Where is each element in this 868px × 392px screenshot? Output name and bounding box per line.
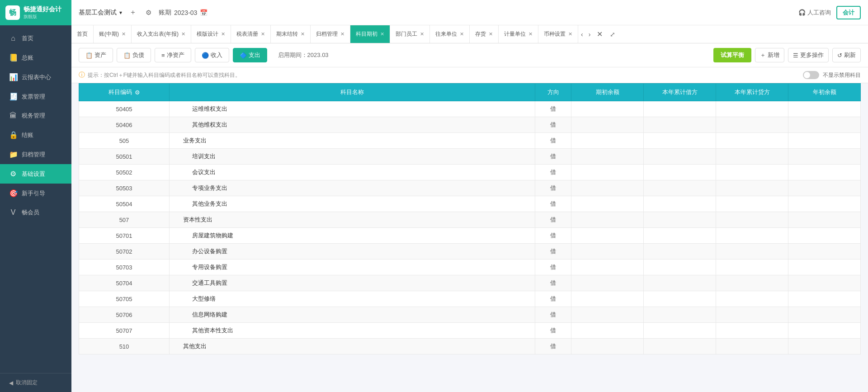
th-name: 科目名称 <box>170 84 535 101</box>
tab-nav-prev[interactable]: ‹ <box>578 25 586 43</box>
sidebar-item-member[interactable]: V畅会员 <box>0 203 71 222</box>
sidebar-item-archive[interactable]: 📁归档管理 <box>0 145 71 164</box>
cell-dir-14: 借 <box>535 323 571 339</box>
tab-archive-close[interactable]: ✕ <box>340 31 344 37</box>
tab-income-annual-close[interactable]: ✕ <box>181 31 185 37</box>
tab-unit-close[interactable]: ✕ <box>528 31 533 37</box>
cell-code-12: 50705 <box>79 291 170 307</box>
add-project-button[interactable]: ＋ <box>127 6 138 19</box>
headphone-icon: 🎧 <box>798 9 806 16</box>
tab-template-close[interactable]: ✕ <box>221 31 225 37</box>
cell-name-14: 其他资本性支出 <box>170 323 535 339</box>
subtab-asset[interactable]: 📋 资产 <box>79 48 113 62</box>
tab-tax[interactable]: 税表清册 ✕ <box>231 25 271 43</box>
table-row[interactable]: 50503 专项业务支出 借 <box>79 180 861 196</box>
tab-period-end-close[interactable]: ✕ <box>301 31 305 37</box>
cell-ytd-debit-14 <box>644 323 716 339</box>
support-button[interactable]: 🎧 人工咨询 <box>798 9 831 17</box>
refresh-button[interactable]: ↺ 刷新 <box>832 48 861 62</box>
tab-inventory-close[interactable]: ✕ <box>489 31 493 37</box>
tab-tax-close[interactable]: ✕ <box>261 31 265 37</box>
cell-ytd-credit-10 <box>716 260 788 275</box>
tab-department[interactable]: 部门员工 ✕ <box>390 25 430 43</box>
tab-income-annual[interactable]: 收入支出表(年报) ✕ <box>132 25 191 43</box>
table-row[interactable]: 50703 专用设备购置 借 <box>79 260 861 275</box>
sidebar-item-tax[interactable]: 🏛税务管理 <box>0 106 71 125</box>
table-row[interactable]: 50707 其他资本性支出 借 <box>79 323 861 339</box>
sidebar-item-guide[interactable]: 🎯新手引导 <box>0 184 71 203</box>
tab-counterparty[interactable]: 往来单位 ✕ <box>430 25 470 43</box>
sidebar-item-general-ledger[interactable]: 📒总账 <box>0 48 71 67</box>
cell-initial-balance-9 <box>571 244 644 260</box>
disable-toggle-label[interactable]: 不显示禁用科目 <box>803 71 861 79</box>
table-row[interactable]: 50702 办公设备购置 借 <box>79 244 861 260</box>
table-row[interactable]: 50405 运维维权支出 借 <box>79 101 861 117</box>
subtab-net-asset[interactable]: ≡ 净资产 <box>155 48 191 62</box>
table-row[interactable]: 50704 交通工具购置 借 <box>79 275 861 291</box>
more-operations-button[interactable]: ☰ 更多操作 <box>788 48 829 62</box>
cell-name-8: 房屋建筑物购建 <box>170 228 535 244</box>
cell-ytd-credit-5 <box>716 180 788 196</box>
tab-close-all-button[interactable]: ✕ <box>593 25 606 43</box>
hide-disabled-toggle[interactable] <box>803 71 819 79</box>
project-selector[interactable]: 基层工会测试 ▾ <box>79 9 122 17</box>
subject-table-wrapper[interactable]: 科目编码 ⚙ 科目名称 方向 期初余额 本年累计借方 本年累计贷方 年初余额 5 <box>71 83 868 392</box>
settings-icon[interactable]: ⚙ <box>144 7 153 19</box>
add-label: 新增 <box>768 51 779 59</box>
sidebar-item-report-center[interactable]: 📊云报表中心 <box>0 67 71 87</box>
tab-inventory[interactable]: 存货 ✕ <box>470 25 499 43</box>
balance-button[interactable]: 试算平衡 <box>713 48 751 62</box>
sidebar-item-home[interactable]: ⌂首页 <box>0 29 71 48</box>
app-logo-icon: 畅 <box>5 5 20 20</box>
tab-mid-period-close[interactable]: ✕ <box>122 31 126 37</box>
subtab-liability[interactable]: 📋 负债 <box>117 48 151 62</box>
sidebar-item-basic-settings[interactable]: ⚙基础设置 <box>0 164 71 184</box>
cell-year-initial-14 <box>788 323 861 339</box>
tab-subject-initial[interactable]: 科目期初 ✕ <box>350 25 390 43</box>
tab-period-end[interactable]: 期末结转 ✕ <box>271 25 311 43</box>
tab-home[interactable]: 首页 <box>71 25 94 43</box>
tab-subject-initial-close[interactable]: ✕ <box>380 31 384 37</box>
tab-archive[interactable]: 归档管理 ✕ <box>311 25 350 43</box>
table-row[interactable]: 510 其他支出 借 <box>79 339 861 354</box>
subtab-income[interactable]: 🔵 收入 <box>195 48 229 62</box>
tab-mid-period[interactable]: 账(中期) ✕ <box>94 25 132 43</box>
tab-fullscreen-button[interactable]: ⤢ <box>606 25 619 43</box>
sidebar-item-label-archive: 归档管理 <box>22 151 45 159</box>
user-role-button[interactable]: 会计 <box>836 6 861 19</box>
app-title: 畅捷通好会计 <box>24 5 61 14</box>
table-row[interactable]: 50706 信息网络购建 借 <box>79 307 861 323</box>
tab-department-close[interactable]: ✕ <box>420 31 424 37</box>
tab-nav-next[interactable]: › <box>586 25 594 43</box>
table-row[interactable]: 50705 大型修缮 借 <box>79 291 861 307</box>
period-value: 2023-03 <box>174 9 197 16</box>
tab-template[interactable]: 模版设计 ✕ <box>191 25 231 43</box>
cell-name-13: 信息网络购建 <box>170 307 535 323</box>
cell-ytd-credit-3 <box>716 149 788 165</box>
tab-currency-close[interactable]: ✕ <box>568 31 572 37</box>
table-row[interactable]: 50501 培训支出 借 <box>79 149 861 165</box>
cell-year-initial-6 <box>788 196 861 212</box>
sidebar-footer-cancel-pin[interactable]: ◀ 取消固定 <box>0 373 71 392</box>
column-settings-icon[interactable]: ⚙ <box>135 89 140 96</box>
subtab-liability-label: 负债 <box>132 51 144 59</box>
cell-name-6: 其他业务支出 <box>170 196 535 212</box>
table-row[interactable]: 50502 会议支出 借 <box>79 165 861 180</box>
top-header-right: 🎧 人工咨询 会计 <box>798 6 861 19</box>
tab-counterparty-close[interactable]: ✕ <box>460 31 464 37</box>
table-row[interactable]: 505 业务支出 借 <box>79 133 861 149</box>
tab-currency[interactable]: 币种设置 ✕ <box>538 25 578 43</box>
sidebar-item-close[interactable]: 🔒结账 <box>0 125 71 145</box>
th-code-text: 科目编码 <box>108 88 132 96</box>
arrow-left-icon: ◀ <box>9 380 13 386</box>
table-row[interactable]: 50406 其他维权支出 借 <box>79 117 861 133</box>
table-row[interactable]: 507 资本性支出 借 <box>79 212 861 228</box>
table-row[interactable]: 50701 房屋建筑物购建 借 <box>79 228 861 244</box>
cell-ytd-debit-9 <box>644 244 716 260</box>
add-button[interactable]: ＋ 新增 <box>755 48 784 62</box>
tab-unit[interactable]: 计量单位 ✕ <box>499 25 538 43</box>
sidebar-item-invoice[interactable]: 🧾发票管理 <box>0 87 71 106</box>
subtab-expense[interactable]: 🔷 支出 <box>233 48 267 62</box>
table-row[interactable]: 50504 其他业务支出 借 <box>79 196 861 212</box>
calendar-icon[interactable]: 📅 <box>200 9 208 16</box>
